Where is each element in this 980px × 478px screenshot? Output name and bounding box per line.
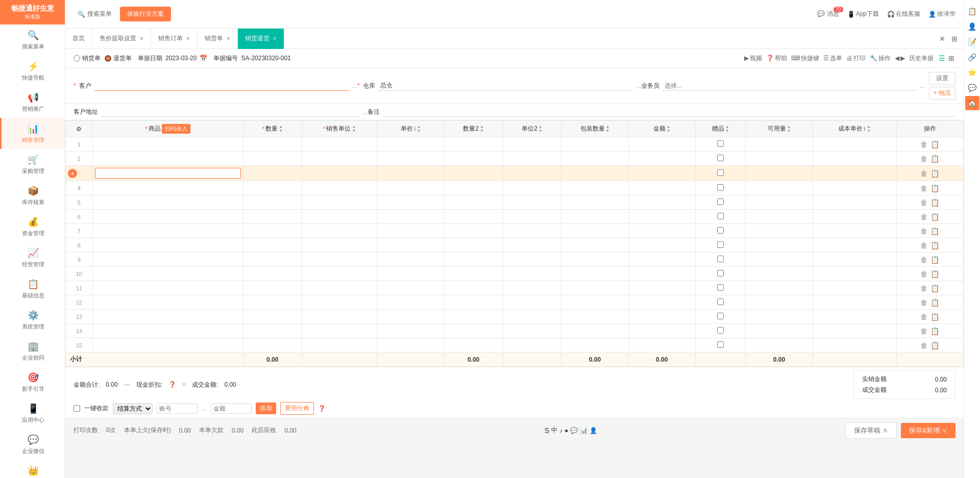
qty2-cell[interactable] — [444, 166, 503, 181]
tab-price-settings[interactable]: 售价提取设置 ✕ — [92, 29, 151, 49]
product-cell[interactable] — [92, 152, 243, 166]
copy-icon[interactable]: 📋 — [930, 241, 939, 249]
delete-icon[interactable]: 🗑 — [920, 313, 927, 321]
qty-cell[interactable] — [243, 137, 302, 152]
tab-sales-order-close[interactable]: ✕ — [186, 36, 190, 41]
search-menu-button[interactable]: 🔍 搜索菜单 — [74, 8, 116, 20]
copy-icon[interactable]: 📋 — [930, 169, 939, 178]
delete-icon[interactable]: 🗑 — [920, 227, 927, 235]
packqty-cell[interactable] — [561, 152, 628, 166]
copy-icon[interactable]: 📋 — [930, 198, 939, 207]
add-row-button[interactable]: + — [68, 169, 77, 178]
delete-icon[interactable]: 🗑 — [920, 241, 927, 249]
history-btn[interactable]: 历史单据 — [909, 54, 934, 63]
notification-button[interactable]: 💬 消息 70 — [817, 10, 839, 18]
delete-icon[interactable]: 🗑 — [920, 341, 927, 349]
radio-return[interactable]: 退货单 — [105, 54, 132, 63]
packqty-cell[interactable] — [561, 137, 628, 152]
avail-cell[interactable] — [746, 152, 813, 166]
qty2-sort-arrows[interactable]: ▲▼ — [480, 125, 484, 133]
price-cell[interactable] — [377, 137, 444, 152]
set-button[interactable]: 设置 — [929, 72, 955, 85]
gift-checkbox[interactable] — [717, 155, 724, 161]
right-panel-item-3[interactable]: 📝 — [965, 35, 979, 49]
copy-icon[interactable]: 📋 — [930, 270, 939, 278]
account-input[interactable] — [157, 404, 198, 414]
tab-sales-return-close[interactable]: ✕ — [273, 36, 277, 41]
copy-icon[interactable]: 📋 — [930, 227, 939, 235]
save-new-button[interactable]: 保存&新增 ∨ — [901, 423, 955, 438]
tab-sales[interactable]: 销货单 ✕ — [198, 29, 238, 49]
gift-sort-arrows[interactable]: ▲▼ — [725, 125, 729, 133]
copy-icon[interactable]: 📋 — [930, 284, 939, 292]
delete-icon[interactable]: 🗑 — [920, 169, 927, 178]
account-picker-dots[interactable]: ... — [202, 405, 207, 412]
delete-icon[interactable]: 🗑 — [920, 213, 927, 221]
avail-sort-arrows[interactable]: ▲▼ — [787, 125, 791, 133]
sidebar-item-search-menu[interactable]: 🔍 搜索菜单 — [0, 24, 65, 56]
gift-checkbox[interactable] — [717, 213, 724, 219]
one-click-payment-checkbox[interactable] — [74, 405, 80, 412]
gift-checkbox[interactable] — [717, 327, 724, 334]
copy-icon[interactable]: 📋 — [930, 313, 939, 321]
gift-checkbox[interactable] — [717, 341, 724, 348]
th-settings[interactable]: ⚙ — [66, 121, 93, 137]
unit2-cell[interactable] — [503, 152, 561, 166]
cost-price-cell[interactable] — [813, 166, 896, 181]
radio-sales-input[interactable] — [74, 55, 80, 62]
delete-icon[interactable]: 🗑 — [920, 327, 927, 335]
gift-checkbox[interactable] — [717, 198, 724, 205]
help-btn[interactable]: ❓ 帮助 — [766, 54, 787, 63]
sidebar-item-sales[interactable]: 📊 销售管理 — [0, 118, 65, 149]
tab-sales-return[interactable]: 销货退货 ✕ — [238, 29, 284, 49]
gift-checkbox[interactable] — [717, 184, 724, 191]
gift-checkbox[interactable] — [717, 256, 724, 262]
tab-expand[interactable]: ⊞ — [949, 33, 960, 45]
sidebar-item-finance[interactable]: 💰 资金管理 — [0, 211, 65, 242]
sidebar-item-quick-nav[interactable]: ⚡ 快捷导航 — [0, 56, 65, 87]
unit2-sort-arrows[interactable]: ▲▼ — [538, 125, 543, 133]
tab-sales-close[interactable]: ✕ — [226, 36, 230, 41]
save-draft-button[interactable]: 保存草稿 ∧ — [845, 422, 897, 439]
gift-checkbox[interactable] — [717, 284, 724, 291]
right-panel-item-2[interactable]: 👤 — [965, 19, 979, 34]
calendar-icon[interactable]: 📅 — [200, 55, 207, 62]
delete-icon[interactable]: 🗑 — [920, 184, 927, 192]
delete-icon[interactable]: 🗑 — [920, 256, 927, 264]
packqty-sort-arrows[interactable]: ▲▼ — [606, 125, 610, 133]
gift-checkbox[interactable] — [717, 241, 724, 248]
sidebar-item-operation[interactable]: 📈 经营管理 — [0, 242, 65, 273]
experience-button[interactable]: 体验行业方案 — [120, 7, 171, 21]
add-logistics-button[interactable]: + 物流 — [929, 87, 955, 99]
sidebar-item-wechat[interactable]: 💬 企业微信 — [0, 429, 65, 460]
gift-checkbox[interactable] — [717, 227, 724, 234]
unit2-cell[interactable] — [503, 137, 561, 152]
operate-btn[interactable]: 🔧 操作 — [870, 54, 891, 63]
price-cell[interactable] — [377, 152, 444, 166]
price-cell[interactable] — [377, 166, 444, 181]
delete-icon[interactable]: 🗑 — [920, 198, 927, 207]
app-download-btn[interactable]: 📱 App下载 — [847, 10, 879, 18]
radio-return-input[interactable] — [105, 55, 111, 62]
amount-cell[interactable] — [628, 166, 695, 181]
qty2-cell[interactable] — [444, 137, 503, 152]
product-input-active[interactable] — [95, 168, 241, 179]
right-panel-item-1[interactable]: 📋 — [965, 4, 979, 18]
amount-input[interactable] — [211, 404, 252, 414]
delete-icon[interactable]: 🗑 — [920, 298, 927, 307]
fee-split-button[interactable]: 费用分摊 — [280, 402, 314, 415]
qty2-cell[interactable] — [444, 152, 503, 166]
qty-sort-arrows[interactable]: ▲▼ — [279, 125, 283, 133]
grid-view-btn[interactable]: ⊞ — [947, 53, 955, 63]
sidebar-item-inventory[interactable]: 📦 库存核算 — [0, 180, 65, 211]
unit-sort-arrows[interactable]: ▲▼ — [352, 125, 356, 133]
gift-cell[interactable] — [695, 166, 745, 181]
add-fee-button[interactable]: 添加 — [256, 402, 276, 414]
customer-picker-btn[interactable]: ... — [352, 82, 357, 89]
salesperson-picker-btn[interactable]: ... — [920, 82, 925, 89]
cost-price-cell[interactable] — [813, 137, 896, 152]
amount-cell[interactable] — [628, 152, 695, 166]
nav-prev[interactable]: ◀ — [895, 55, 899, 62]
qty-cell[interactable] — [243, 166, 302, 181]
copy-icon[interactable]: 📋 — [930, 140, 939, 148]
